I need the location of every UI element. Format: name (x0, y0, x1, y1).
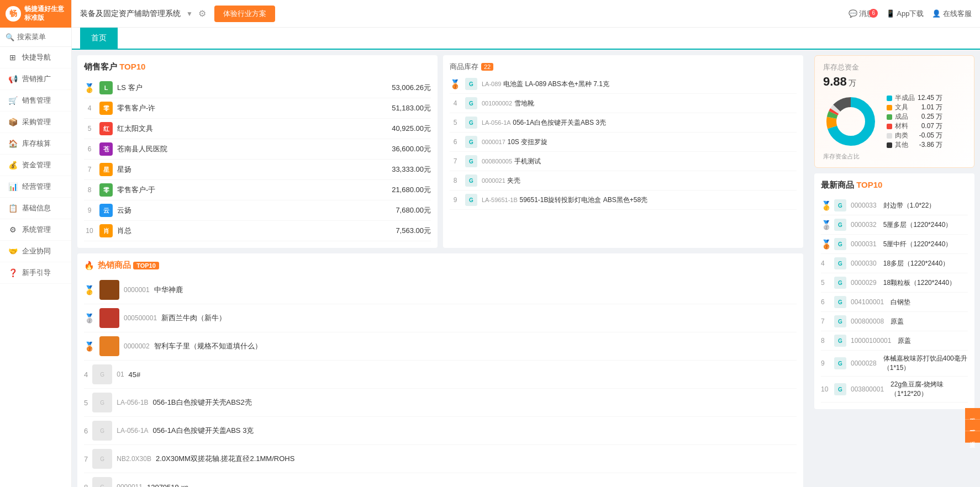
hot-product-row: 🥇 0000001 中华神鹿 (84, 276, 797, 304)
new-product-row: 🥇 G 0000033 封边带（1.0*22） (821, 196, 968, 215)
rank-num: 🥉 (450, 79, 461, 89)
legend-dot (887, 105, 892, 110)
customer-name: 苍南县人民医院 (117, 144, 387, 154)
sidebar-label-guide: 新手引导 (22, 268, 51, 278)
float-buttons: 客服热线 服务社区 直播 (965, 408, 980, 443)
sidebar-label-finance: 资金管理 (22, 160, 51, 170)
new-product-row: 5 G 0000029 18颗粒板（1220*2440） (821, 273, 968, 293)
customer-name: LS 客户 (117, 83, 387, 93)
hot-product-img (99, 280, 119, 300)
np-code: 10000100001 (851, 337, 891, 345)
search-label: 搜索菜单 (17, 32, 46, 42)
inventory-rank-row: 5 G LA-056-1A 056-1A白色按键开关盖ABS 3壳 (450, 113, 797, 133)
customer-badge: L (99, 81, 113, 94)
hot-product-code: 01 (117, 370, 124, 378)
rank-num: 4 (450, 99, 461, 107)
search-menu[interactable]: 🔍 搜索菜单 (0, 28, 71, 47)
customer-badge: 零 (99, 183, 113, 197)
hot-icon: 🔥 (84, 261, 94, 271)
legend-item: 材料 0.07 万 (887, 121, 942, 131)
new-product-row: 🥈 G 0000032 5厘多层（1220*2440） (821, 215, 968, 235)
rank-num: 5 (450, 119, 461, 126)
legend-label: 成品 (895, 112, 919, 121)
new-product-row: 🥉 G 0000031 5厘中纤（1220*2440） (821, 235, 968, 254)
legend-value: 12.45 万 (918, 93, 942, 103)
top-section: 销售客户 TOP10 🥇 L LS 客户 53,006.26元 4 零 零售客户… (77, 55, 803, 248)
sidebar-icon-guide: ❓ (8, 268, 18, 277)
customer-rank-row: 8 零 零售客户-于 21,680.00元 (84, 180, 431, 200)
customers-title: 销售客户 TOP10 (84, 62, 431, 72)
customer-value: 7,680.00元 (396, 205, 431, 215)
sidebar-item-operations[interactable]: 📊经营管理 (0, 176, 71, 198)
sidebar-item-marketing[interactable]: 📢营销推广 (0, 68, 71, 90)
hot-product-row: 5 G LA-056-1B 056-1B白色按键开关壳ABS2壳 (84, 389, 797, 417)
customer-rank-row: 4 零 零售客户-许 51,183.00元 (84, 98, 431, 119)
customer-rank-row: 10 肖 肖总 7,563.00元 (84, 221, 431, 241)
sidebar-icon-inventory: 🏠 (8, 139, 18, 148)
sidebar-icon-basic: 📋 (8, 204, 18, 213)
sidebar-item-guide[interactable]: ❓新手引导 (0, 262, 71, 284)
inventory-unit: 万 (849, 78, 856, 87)
hot-product-row: 7 G NB2.0X30B 2.0X30MM双搓花轴.搓花直径2.1MM/ROH… (84, 445, 797, 473)
np-name: 22g鱼豆腐-烧烤味（1*12*20） (891, 380, 968, 399)
np-img: G (834, 219, 846, 231)
hot-product-img (99, 336, 119, 356)
inv-product-info: LA-089 电池盖 LA-089 ABS本色+黑种 7.1克 (482, 80, 609, 89)
home-tab[interactable]: 首页 (80, 28, 118, 49)
inventory-rank-row: 4 G 001000002 雪地靴 (450, 94, 797, 113)
float-btn-service[interactable]: 客服热线 (965, 408, 980, 420)
hot-product-code: 000500001 (124, 314, 157, 322)
hot-product-name: 056-1A白色按键开关盖ABS 3克 (153, 426, 254, 436)
sidebar-item-finance[interactable]: 💰资金管理 (0, 155, 71, 176)
np-rank: 10 (821, 385, 830, 393)
message-area[interactable]: 💬 消息6 (849, 9, 878, 19)
sidebar-item-quick-nav[interactable]: ⊞快捷导航 (0, 47, 71, 68)
sidebar-item-basic[interactable]: 📋基础信息 (0, 198, 71, 219)
inventory-value: 9.88 (823, 75, 847, 88)
sidebar-item-sales[interactable]: 🛒销售管理 (0, 90, 71, 112)
online-service[interactable]: 👤 在线客服 (932, 9, 972, 19)
inv-product-info: LA-59651-1B 59651-1B旋转投影灯电池盒 ABS黑色+58壳 (482, 195, 647, 205)
hot-rank-num: 🥇 (84, 285, 95, 295)
np-img: G (834, 383, 846, 395)
rank-num: 7 (450, 157, 461, 165)
rank-num: 🥇 (84, 83, 95, 93)
new-product-row: 10 G 003800001 22g鱼豆腐-烧烤味（1*12*20） (821, 377, 968, 403)
dropdown-arrow-icon[interactable]: ▼ (186, 10, 193, 18)
hot-product-row: 4 G 01 45# (84, 361, 797, 389)
rank-num: 5 (84, 125, 95, 133)
legend-item: 肉类 -0.05 万 (887, 131, 942, 140)
sidebar-icon-marketing: 📢 (8, 75, 18, 83)
hot-product-img (99, 308, 119, 328)
trial-button[interactable]: 体验行业方案 (214, 6, 275, 22)
sidebar-item-purchase[interactable]: 📦采购管理 (0, 112, 71, 133)
hot-product-name: 2.0X30MM双搓花轴.搓花直径2.1MM/ROHS (156, 454, 294, 464)
app-download[interactable]: 📱 App下载 (886, 9, 924, 19)
np-img: G (834, 199, 846, 211)
rank-num: 6 (450, 138, 461, 146)
settings-icon[interactable]: ⚙ (198, 8, 206, 19)
float-btn-live[interactable]: 直播 (965, 431, 980, 443)
np-rank: 9 (821, 359, 830, 367)
hot-products-card: 🔥 热销商品 TOP10 🥇 0000001 中华神鹿 🥈 000500001 … (77, 253, 803, 487)
np-code: 0000028 (851, 359, 877, 367)
customer-badge: 零 (99, 102, 113, 115)
sidebar-label-purchase: 采购管理 (22, 117, 51, 127)
customer-badge: 肖 (99, 224, 113, 237)
np-rank: 4 (821, 260, 830, 267)
customer-name: 星扬 (117, 165, 387, 174)
customers-title-text: 销售客户 TOP10 (84, 62, 145, 72)
product-img-placeholder: G (465, 78, 477, 90)
hot-rank-num: 7 (84, 455, 88, 463)
search-icon: 🔍 (6, 33, 14, 41)
legend-dot (887, 96, 892, 101)
sidebar-icon-sales: 🛒 (8, 96, 18, 105)
sidebar-item-enterprise[interactable]: 🤝企业协同 (0, 241, 71, 262)
sidebar-item-inventory[interactable]: 🏠库存核算 (0, 133, 71, 155)
donut-chart (823, 94, 878, 149)
customer-name: 肖总 (117, 226, 391, 236)
customer-value: 51,183.00元 (392, 103, 431, 113)
sidebar-item-system[interactable]: ⚙系统管理 (0, 219, 71, 241)
float-btn-community[interactable]: 服务社区 (965, 420, 980, 431)
app-logo[interactable]: 畅 畅捷通好生意 标准版 (0, 0, 71, 28)
